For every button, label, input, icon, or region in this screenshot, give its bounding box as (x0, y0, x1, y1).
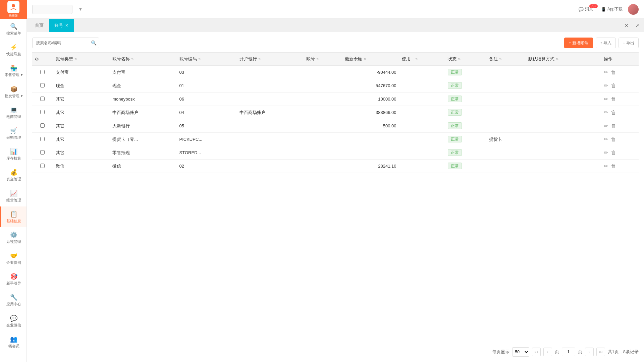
sidebar-item-快捷导航[interactable]: ⚡ 快捷导航 (0, 40, 26, 60)
cell-account (304, 79, 342, 93)
import-button[interactable]: ↑ 导入 (596, 38, 616, 48)
row-checkbox[interactable] (40, 123, 45, 128)
status-badge: 正常 (448, 109, 462, 116)
cell-status: 正常 (445, 119, 486, 133)
delete-icon[interactable]: 🗑 (611, 123, 616, 129)
edit-icon[interactable]: ✏ (604, 69, 608, 75)
sidebar-item-搜索菜单[interactable]: 🔍 搜索菜单 (0, 19, 26, 40)
sort-icon: ⇅ (258, 57, 261, 61)
sidebar-item-基础信息[interactable]: 📋 基础信息 (0, 206, 26, 227)
col-status[interactable]: 状态⇅ (445, 53, 486, 66)
cell-name: 提货卡（零... (110, 133, 176, 146)
account-search-input[interactable] (32, 38, 99, 48)
last-page-btn[interactable]: ⏭ (596, 348, 605, 356)
sidebar-item-电商管理[interactable]: 💻 电商管理 (0, 102, 26, 123)
row-checkbox[interactable] (40, 164, 45, 168)
tab-账号[interactable]: 账号✕ (49, 19, 74, 32)
delete-icon[interactable]: 🗑 (611, 136, 616, 142)
message-button[interactable]: 💬 消息 99+ (576, 6, 596, 12)
row-checkbox[interactable] (40, 70, 45, 74)
action-icons: ✏ 🗑 (604, 163, 636, 169)
cell-status: 正常 (445, 133, 486, 146)
sidebar-item-库存核算[interactable]: 📊 库存核算 (0, 144, 26, 165)
first-page-btn[interactable]: ⏮ (532, 348, 541, 356)
user-avatar[interactable] (628, 4, 639, 15)
col-settlement[interactable]: 默认结算方式⇅ (526, 53, 601, 66)
cell-remark (486, 119, 526, 133)
delete-icon[interactable]: 🗑 (611, 96, 616, 102)
col-bank[interactable]: 开户银行⇅ (237, 53, 304, 66)
delete-icon[interactable]: 🗑 (611, 110, 616, 116)
sidebar-item-应用中心[interactable]: 🔧 应用中心 (0, 290, 26, 310)
sidebar-item-资金管理[interactable]: 💰 资金管理 (0, 165, 26, 185)
edit-icon[interactable]: ✏ (604, 149, 608, 156)
prev-page-btn[interactable]: ‹ (543, 348, 552, 356)
header-dropdown-btn[interactable]: ▼ (76, 5, 85, 13)
delete-icon[interactable]: 🗑 (611, 69, 616, 75)
cell-usage (399, 133, 445, 146)
sidebar-label: 基础信息 (6, 219, 21, 223)
col-name[interactable]: 账号名称⇅ (110, 53, 176, 66)
search-icon[interactable]: 🔍 (91, 40, 97, 46)
cell-account (304, 133, 342, 146)
col-type[interactable]: 账号类型⇅ (53, 53, 110, 66)
logo-icon (7, 1, 19, 13)
sidebar-label: 经营管理 (6, 198, 21, 202)
tab-close-icon[interactable]: ✕ (65, 23, 68, 28)
sidebar-item-经营管理[interactable]: 📈 经营管理 (0, 186, 26, 206)
cell-bank (237, 133, 304, 146)
header-search-input[interactable] (32, 5, 72, 14)
next-page-btn[interactable]: › (585, 348, 594, 356)
tab-首页[interactable]: 首页 (30, 20, 49, 31)
cell-action: ✏ 🗑 (601, 146, 639, 160)
page-size-select[interactable]: 50 100 200 (512, 347, 529, 357)
col-balance[interactable]: 最新余额⇅ (342, 53, 399, 66)
settings-icon[interactable]: ⚙ (35, 57, 39, 62)
page-number-input[interactable] (562, 348, 575, 356)
sidebar-item-企业微信[interactable]: 💬 企业微信 (0, 311, 26, 331)
cell-name: 微信 (110, 160, 176, 173)
edit-icon[interactable]: ✏ (604, 136, 608, 142)
status-badge: 正常 (448, 69, 462, 75)
sidebar-label: 快捷导航 (6, 52, 21, 56)
add-account-button[interactable]: + 新增账号 (564, 38, 593, 48)
edit-icon[interactable]: ✏ (604, 163, 608, 169)
app-download-button[interactable]: 📱 App下载 (601, 6, 623, 12)
cell-code: 02 (177, 160, 237, 173)
cell-settlement (526, 66, 601, 79)
tab-close-btn[interactable]: ✕ (623, 21, 631, 29)
sidebar-label: 企业协同 (6, 260, 21, 265)
sidebar-icon: 📦 (10, 85, 17, 93)
row-checkbox[interactable] (40, 150, 45, 155)
delete-icon[interactable]: 🗑 (611, 83, 616, 89)
cell-status: 正常 (445, 79, 486, 93)
col-code[interactable]: 账号编码⇅ (177, 53, 237, 66)
tab-expand-btn[interactable]: ⤢ (633, 21, 641, 29)
cell-settlement (526, 160, 601, 173)
delete-icon[interactable]: 🗑 (611, 150, 616, 156)
sidebar-item-零售管理[interactable]: 🏪 零售管理 ▾ (0, 60, 26, 81)
col-account[interactable]: 账号⇅ (304, 53, 342, 66)
export-button[interactable]: ↓ 导出 (619, 38, 639, 48)
sidebar-icon: 📈 (10, 190, 17, 197)
sidebar-item-系统管理[interactable]: ⚙️ 系统管理 (0, 227, 26, 248)
edit-icon[interactable]: ✏ (604, 109, 608, 116)
cell-balance: 383866.00 (342, 106, 399, 119)
cell-status: 正常 (445, 106, 486, 119)
edit-icon[interactable]: ✏ (604, 123, 608, 129)
col-usage[interactable]: 使用...⇅ (399, 53, 445, 66)
sidebar-item-新手引导[interactable]: 🎯 新手引导 (0, 269, 26, 290)
edit-icon[interactable]: ✏ (604, 96, 608, 102)
sidebar-item-批发管理[interactable]: 📦 批发管理 ▾ (0, 81, 26, 102)
row-checkbox[interactable] (40, 97, 45, 101)
sidebar-item-畅会员[interactable]: 👥 畅会员 (0, 331, 26, 352)
row-checkbox[interactable] (40, 110, 45, 114)
sidebar-item-企业协同[interactable]: 🤝 企业协同 (0, 248, 26, 269)
row-checkbox[interactable] (40, 83, 45, 87)
row-checkbox[interactable] (40, 137, 45, 141)
cell-action: ✏ 🗑 (601, 133, 639, 146)
col-remark[interactable]: 备注⇅ (486, 53, 526, 66)
delete-icon[interactable]: 🗑 (611, 163, 616, 169)
sidebar-item-采购管理[interactable]: 🛒 采购管理 (0, 123, 26, 144)
edit-icon[interactable]: ✏ (604, 82, 608, 89)
